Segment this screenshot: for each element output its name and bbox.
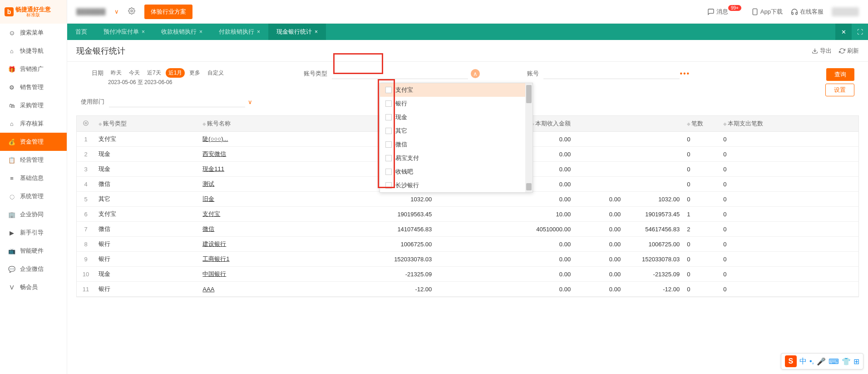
scrollbar-thumb-top[interactable] <box>526 85 532 103</box>
cell-name-link[interactable]: 现金111 <box>199 162 303 177</box>
dropdown-checkbox[interactable] <box>385 87 392 93</box>
dept-input[interactable] <box>109 96 245 107</box>
sidebar-item-10[interactable]: 🏢企业协同 <box>0 205 67 224</box>
org-dropdown-icon[interactable]: ∨ <box>114 8 119 15</box>
date-option-4[interactable]: 更多 <box>187 68 203 78</box>
sidebar-item-8[interactable]: ≡基础信息 <box>0 169 67 187</box>
th-expense-count[interactable]: ◆本期支出笔数 <box>720 116 858 132</box>
dropdown-item-5[interactable]: 易宝支付 <box>380 151 533 165</box>
dropdown-checkbox[interactable] <box>385 100 392 107</box>
sidebar-item-0[interactable]: ⊙搜索菜单 <box>0 24 67 42</box>
th-account-type[interactable]: ◆账号类型 <box>95 116 199 132</box>
th-account-name[interactable]: ◆账号名称 <box>199 116 303 132</box>
cell-expense-count: 0 <box>720 162 858 177</box>
date-option-2[interactable]: 近7天 <box>144 68 164 78</box>
tab-close-icon[interactable]: × <box>199 29 202 35</box>
ime-logo-icon[interactable]: S <box>785 355 797 367</box>
account-type-input[interactable] <box>332 68 468 79</box>
cell-name-link[interactable]: AAA <box>199 282 303 297</box>
dropdown-item-3[interactable]: 其它 <box>380 124 533 138</box>
dropdown-item-1[interactable]: 银行 <box>380 97 533 110</box>
messages-link[interactable]: 消息 99+ <box>707 8 743 16</box>
cell-name-link[interactable]: 西安微信 <box>199 147 303 162</box>
th-count[interactable]: ◆笔数 <box>683 116 720 132</box>
ime-toolbox-icon[interactable]: ⊞ <box>853 357 859 366</box>
ime-punct-icon[interactable]: •, <box>809 357 814 365</box>
cell-name-link[interactable]: 工商银行1 <box>199 252 303 267</box>
support-link[interactable]: 在线客服 <box>791 8 824 16</box>
sidebar-item-1[interactable]: ⌂快捷导航 <box>0 42 67 60</box>
sidebar-item-7[interactable]: 📋经营管理 <box>0 151 67 169</box>
cell-name-link[interactable]: 建设银行 <box>199 237 303 252</box>
query-button[interactable]: 查询 <box>826 68 854 81</box>
ime-keyboard-icon[interactable]: ⌨ <box>829 357 839 366</box>
tab-close-icon[interactable]: × <box>142 29 145 35</box>
logo: b 畅捷通好生意 标准版 <box>0 0 67 24</box>
tab-2[interactable]: 收款核销执行× <box>153 24 211 40</box>
sidebar-item-14[interactable]: V畅会员 <box>0 278 67 296</box>
dropdown-item-0[interactable]: 支付宝 <box>380 83 533 97</box>
row-index: 1 <box>77 132 95 147</box>
account-input[interactable] <box>543 68 680 79</box>
dropdown-checkbox[interactable] <box>385 114 392 120</box>
date-option-5[interactable]: 自定义 <box>205 68 227 78</box>
settings-icon[interactable] <box>128 7 135 16</box>
tab-close-icon[interactable]: × <box>257 29 260 35</box>
org-name[interactable]: ███████ <box>76 8 105 15</box>
tab-0[interactable]: 首页 <box>67 24 95 40</box>
tab-4[interactable]: 现金银行统计× <box>268 24 326 40</box>
date-option-3[interactable]: 近1月 <box>166 68 185 78</box>
tab-1[interactable]: 预付冲应付单× <box>95 24 153 40</box>
cell-name-link[interactable]: 微信 <box>199 222 303 237</box>
th-col6[interactable] <box>624 116 683 132</box>
sidebar-item-11[interactable]: ▶新手引导 <box>0 224 67 242</box>
dropdown-item-2[interactable]: 现金 <box>380 110 533 124</box>
sidebar-item-2[interactable]: 🎁营销推广 <box>0 60 67 78</box>
tab-3[interactable]: 付款核销执行× <box>211 24 268 40</box>
dropdown-checkbox[interactable] <box>385 182 392 189</box>
ime-mode[interactable]: 中 <box>799 357 807 366</box>
sidebar-item-5[interactable]: ⌂库存核算 <box>0 115 67 133</box>
more-filters-icon[interactable]: ••• <box>680 70 690 78</box>
filter-settings-button[interactable]: 设置 <box>825 84 854 96</box>
scrollbar-thumb-bottom[interactable] <box>526 183 532 190</box>
dropdown-checkbox[interactable] <box>385 128 392 134</box>
dropdown-checkbox[interactable] <box>385 141 392 148</box>
cell-name-link[interactable]: 旧金 <box>199 192 303 207</box>
dropdown-item-6[interactable]: 收钱吧 <box>380 165 533 179</box>
cell-name-link[interactable]: 测试 <box>199 177 303 192</box>
sidebar-item-3[interactable]: ⚙销售管理 <box>0 78 67 96</box>
dropdown-checkbox[interactable] <box>385 169 392 175</box>
sidebar-item-13[interactable]: 💬企业微信 <box>0 260 67 278</box>
dropdown-item-label: 其它 <box>395 127 407 135</box>
table-settings-icon[interactable] <box>77 116 95 132</box>
dropdown-checkbox[interactable] <box>385 155 392 161</box>
tab-expand-icon[interactable]: ⛶ <box>852 24 868 40</box>
dropdown-item-7[interactable]: 长沙银行 <box>380 179 533 192</box>
cell-name-link[interactable]: 陡(○○○)... <box>199 132 303 147</box>
sidebar-item-12[interactable]: 📺智能硬件 <box>0 242 67 260</box>
date-option-1[interactable]: 今天 <box>126 68 143 78</box>
cell-count: 0 <box>683 177 720 192</box>
dropdown-item-4[interactable]: 微信 <box>380 138 533 151</box>
date-option-0[interactable]: 昨天 <box>108 68 124 78</box>
tab-close-icon[interactable]: × <box>315 29 318 35</box>
export-button[interactable]: 导出 <box>812 47 832 55</box>
sidebar-item-6[interactable]: 💰资金管理 <box>0 133 67 151</box>
app-download-link[interactable]: App下载 <box>751 8 783 16</box>
th-col5[interactable] <box>574 116 624 132</box>
chevron-down-icon[interactable]: ∨ <box>248 99 252 105</box>
cell-name-link[interactable]: 中国银行 <box>199 267 303 282</box>
dropdown-scrollbar[interactable] <box>525 83 533 192</box>
collapse-toggle-icon[interactable]: ∧ <box>471 69 480 78</box>
ime-mic-icon[interactable]: 🎤 <box>817 357 826 366</box>
sidebar-item-4[interactable]: 🛍采购管理 <box>0 96 67 115</box>
ime-skin-icon[interactable]: 👕 <box>842 357 851 366</box>
tab-close-all-icon[interactable]: ✕ <box>835 24 852 40</box>
user-avatar[interactable] <box>832 7 859 16</box>
promo-button[interactable]: 体验行业方案 <box>144 5 192 19</box>
sidebar-item-9[interactable]: ◌系统管理 <box>0 187 67 205</box>
refresh-button[interactable]: 刷新 <box>839 47 859 55</box>
cell-name-link[interactable]: 支付宝 <box>199 207 303 222</box>
table-row: 11银行AAA-12.000.000.00-12.0000 <box>77 282 858 297</box>
